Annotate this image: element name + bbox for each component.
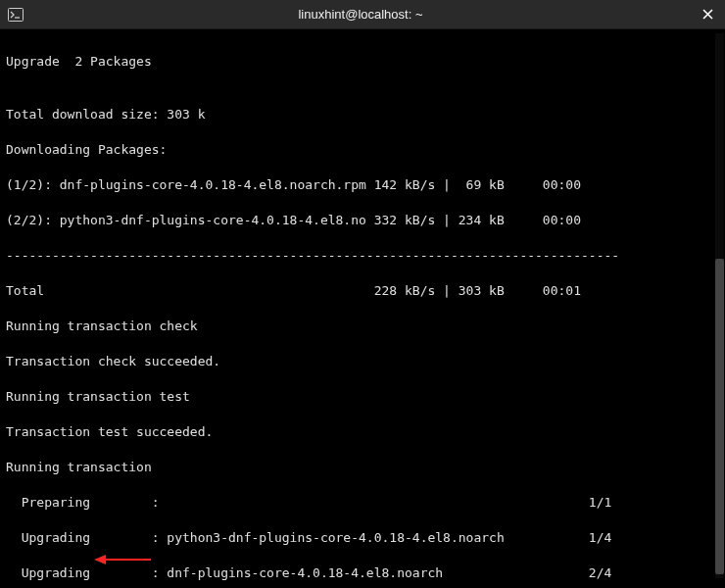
terminal-output[interactable]: Upgrade 2 Packages Total download size: … xyxy=(0,29,725,588)
output-line: ----------------------------------------… xyxy=(6,247,719,265)
output-line: (1/2): dnf-plugins-core-4.0.18-4.el8.noa… xyxy=(6,176,719,194)
output-line: Total download size: 303 k xyxy=(6,106,719,123)
output-line: Total 228 kB/s | 303 kB 00:01 xyxy=(6,282,719,300)
output-line: Upgrade 2 Packages xyxy=(6,53,719,71)
titlebar: linuxhint@localhost: ~ xyxy=(0,0,725,29)
output-line: Preparing : 1/1 xyxy=(6,494,719,512)
output-line: (2/2): python3-dnf-plugins-core-4.0.18-4… xyxy=(6,212,719,229)
scrollbar-track[interactable] xyxy=(715,33,724,578)
output-line: Running transaction xyxy=(6,459,719,476)
scrollbar-thumb[interactable] xyxy=(715,259,724,574)
output-line: Running transaction test xyxy=(6,388,719,406)
output-line: Transaction test succeeded. xyxy=(6,423,719,441)
window-title: linuxhint@localhost: ~ xyxy=(298,7,422,22)
output-line: Running transaction check xyxy=(6,318,719,335)
output-line: Upgrading : dnf-plugins-core-4.0.18-4.el… xyxy=(6,564,719,582)
svg-rect-0 xyxy=(9,8,24,21)
close-button[interactable] xyxy=(698,5,717,24)
terminal-icon xyxy=(8,8,24,22)
output-line: Upgrading : python3-dnf-plugins-core-4.0… xyxy=(6,529,719,547)
output-line: Transaction check succeeded. xyxy=(6,353,719,370)
output-line: Downloading Packages: xyxy=(6,141,719,159)
